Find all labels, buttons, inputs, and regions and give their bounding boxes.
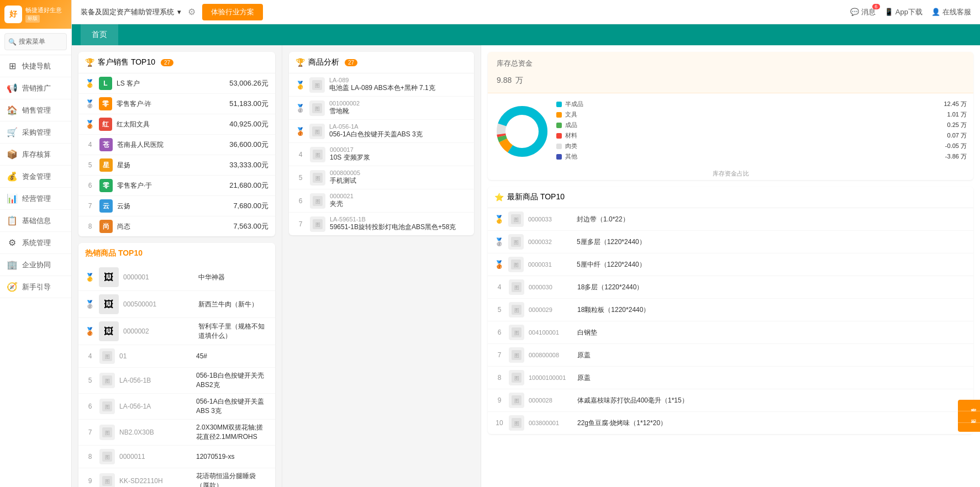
medal-icon: 🥇 bbox=[296, 81, 305, 89]
product-thumbnail: 图 bbox=[310, 147, 325, 162]
rank-number: 8 bbox=[85, 223, 95, 230]
rank-number: 4 bbox=[296, 151, 305, 158]
system-selector[interactable]: 装备及固定资产辅助管理系统 ▾ bbox=[81, 7, 181, 17]
rank-number: 5 bbox=[85, 161, 95, 169]
product-thumbnail: 图 bbox=[310, 216, 325, 232]
try-button[interactable]: 体验行业方案 bbox=[202, 4, 263, 20]
product-thumbnail: 图 bbox=[99, 373, 115, 388]
sidebar-item-inventory[interactable]: 📦 库存核算 bbox=[0, 144, 71, 166]
float-btn-community[interactable]: 服务社区 bbox=[958, 411, 980, 423]
avatar: 星 bbox=[99, 158, 113, 172]
legend-dot bbox=[556, 102, 562, 107]
system-icon: ⚙ bbox=[7, 237, 18, 248]
svg-text:图: 图 bbox=[315, 222, 320, 227]
customer-list-item: 8 尚 尚态 7,563.00元 bbox=[78, 216, 275, 236]
main-area: 装备及固定资产辅助管理系统 ▾ ⚙ 体验行业方案 💬 消息 6 📱 App下载 … bbox=[72, 0, 980, 487]
mid-panel: 🏆 商品分析 27 🥇 图 LA-089 电池盖 LA-089 ABS本色+黑种… bbox=[282, 45, 481, 487]
medal-icon: 🥇 bbox=[85, 79, 94, 88]
customer-name: 红太阳文具 bbox=[117, 120, 225, 129]
sidebar-item-corp[interactable]: 🏢 企业协同 bbox=[0, 254, 71, 276]
sidebar-item-sales[interactable]: 🏠 销售管理 bbox=[0, 99, 71, 121]
online-service-button[interactable]: 👤 在线客服 bbox=[931, 7, 971, 17]
svg-text:图: 图 bbox=[514, 375, 519, 381]
float-btn-service[interactable]: 客服热线 bbox=[958, 400, 980, 411]
sidebar-item-operations[interactable]: 📊 经营管理 bbox=[0, 188, 71, 210]
search-menu-button[interactable]: 🔍 搜索菜单 bbox=[4, 33, 67, 50]
product-name: 056-1A白色按键开关盖ABS 3克 bbox=[196, 397, 268, 416]
sidebar-search[interactable]: 🔍 搜索菜单 bbox=[0, 29, 71, 55]
basic-icon: 📋 bbox=[7, 215, 18, 226]
new-products-card: ⭐ 最新商品 TOP10 🥇 图 0000033 封边带（1.0*22） 🥈 图… bbox=[488, 187, 973, 434]
svg-text:图: 图 bbox=[105, 430, 110, 436]
legend-item: 材料 0.07 万 bbox=[556, 131, 967, 140]
logo-text: 畅捷通好生意 标版 bbox=[25, 6, 62, 23]
rank-number: 10 bbox=[494, 419, 504, 427]
legend-label: 成品 bbox=[565, 121, 944, 129]
tab-home[interactable]: 首页 bbox=[81, 24, 118, 45]
product-name: 电池盖 LA-089 ABS本色+黑种 7.1克 bbox=[329, 83, 467, 93]
customer-top10-header: 🏆 客户销售 TOP10 27 bbox=[78, 52, 275, 73]
new-product-item: 10 图 003800001 22g鱼豆腐·烧烤味（1*12*20） bbox=[488, 412, 973, 434]
hot-product-item: 7 图 NB2.0X30B 2.0X30MM双搓花轴;搓花直径2.1MM/ROH… bbox=[78, 420, 275, 446]
guide-icon: 🧭 bbox=[7, 282, 18, 292]
legend-item: 半成品 12.45 万 bbox=[556, 100, 967, 108]
sidebar-item-basic[interactable]: 📋 基础信息 bbox=[0, 210, 71, 232]
rank-number: 8 bbox=[85, 453, 95, 460]
chart-container: 半成品 12.45 万 文具 1.01 万 成品 0.25 万 材料 0.07 … bbox=[488, 93, 973, 170]
finance-icon: 💰 bbox=[7, 171, 18, 182]
customer-list-item: 5 星 星扬 33,333.00元 bbox=[78, 155, 275, 176]
customer-top10-card: 🏆 客户销售 TOP10 27 🥇 L LS 客户 53,006.26元 🥈 零… bbox=[78, 52, 275, 236]
inventory-card: 库存总资金 9.88 万 bbox=[488, 52, 973, 180]
sidebar-item-system[interactable]: ⚙ 系统管理 bbox=[0, 232, 71, 254]
legend-list: 半成品 12.45 万 文具 1.01 万 成品 0.25 万 材料 0.07 … bbox=[556, 100, 967, 163]
system-name: 装备及固定资产辅助管理系统 bbox=[81, 7, 174, 17]
customer-list-item: 🥈 零 零售客户·许 51,183.00元 bbox=[78, 94, 275, 114]
medal-icon: 🥇 bbox=[494, 215, 504, 224]
sidebar-item-guide[interactable]: 🧭 新手引导 bbox=[0, 276, 71, 298]
rank-number: 4 bbox=[85, 141, 95, 149]
sidebar-item-purchase[interactable]: 🛒 采购管理 bbox=[0, 121, 71, 144]
customer-name: LS 客户 bbox=[117, 79, 225, 88]
svg-text:图: 图 bbox=[105, 378, 110, 384]
app-download-button[interactable]: 📱 App下载 bbox=[884, 7, 923, 17]
medal-icon: 🥈 bbox=[85, 300, 94, 309]
product-name: 智利车子里（规格不知道填什么） bbox=[198, 322, 269, 341]
product-thumbnail: 图 bbox=[509, 393, 524, 408]
customer-name: 苍南县人民医院 bbox=[117, 140, 225, 150]
product-thumbnail: 图 bbox=[310, 193, 325, 209]
customer-amount: 53,006.26元 bbox=[229, 78, 268, 88]
svg-text:图: 图 bbox=[514, 353, 519, 358]
marketing-icon: 📢 bbox=[7, 83, 18, 93]
product-thumbnail: 图 bbox=[99, 449, 115, 464]
message-button[interactable]: 💬 消息 6 bbox=[850, 7, 876, 17]
search-icon: 🔍 bbox=[8, 38, 17, 46]
message-icon: 💬 bbox=[850, 8, 859, 16]
medal-icon: 🥉 bbox=[85, 327, 94, 336]
sidebar: 好 畅捷通好生意 标版 🔍 搜索菜单 ⊞ 快捷导航 📢 营销推广 🏠 销售管理 … bbox=[0, 0, 72, 487]
product-image: 🖼 bbox=[99, 267, 119, 287]
legend-dot bbox=[556, 112, 562, 118]
rank-number: 4 bbox=[494, 283, 504, 291]
legend-dot bbox=[556, 154, 562, 160]
sidebar-item-marketing[interactable]: 📢 营销推广 bbox=[0, 77, 71, 99]
product-code: 0000033 bbox=[528, 216, 572, 223]
new-product-item: 6 图 004100001 白钢垫 bbox=[488, 321, 973, 344]
settings-icon[interactable]: ⚙ bbox=[188, 7, 196, 17]
customer-name: 零售客户·于 bbox=[117, 181, 225, 190]
float-btn-live[interactable]: 直播 bbox=[958, 423, 980, 432]
hot-product-item: 🥈 🖼 000500001 新西兰牛肉（新牛） bbox=[78, 291, 275, 318]
customer-list-item: 7 云 云扬 7,680.00元 bbox=[78, 196, 275, 216]
sidebar-item-quick-nav[interactable]: ⊞ 快捷导航 bbox=[0, 55, 71, 77]
hot-product-item: 8 图 0000011 12070519-xs bbox=[78, 446, 275, 468]
customer-amount: 40,925.00元 bbox=[229, 119, 268, 129]
sidebar-item-finance[interactable]: 💰 资金管理 bbox=[0, 166, 71, 188]
product-thumbnail: 图 bbox=[310, 170, 325, 186]
product-name: 12070519-xs bbox=[196, 453, 268, 460]
product-ranking-item: 6 图 0000021 夹壳 bbox=[289, 189, 474, 213]
legend-value: 0.07 万 bbox=[947, 131, 967, 140]
legend-value: -3.86 万 bbox=[945, 152, 967, 161]
customer-name: 星扬 bbox=[117, 161, 225, 170]
product-name: 056-1A白色按键开关盖ABS 3克 bbox=[329, 130, 467, 139]
topbar-right: 💬 消息 6 📱 App下载 👤 在线客服 bbox=[850, 7, 971, 17]
avatar: L bbox=[99, 77, 112, 90]
